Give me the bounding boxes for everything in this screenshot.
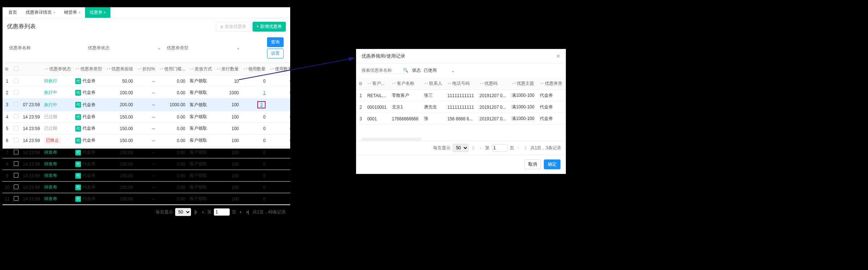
col-check[interactable] [12, 63, 21, 75]
prev-page-button[interactable]: ‹ [479, 145, 483, 150]
close-icon[interactable]: × [104, 11, 106, 14]
col-discount[interactable]: ▲▼折扣% [135, 63, 157, 75]
next-page-button[interactable]: › [516, 145, 521, 150]
table-row[interactable]: 3000117666666666张156 6666 6...20191207 0… [356, 113, 566, 125]
per-page-select[interactable]: 50 [175, 208, 191, 216]
row-claimed[interactable]: 0 [241, 123, 268, 134]
row-subject: 满1000-100 [509, 90, 538, 101]
chevron-down-icon: ⌄ [451, 68, 455, 73]
table-row[interactable]: 200010001北京1唐先生1111111111120191207 0...满… [356, 101, 566, 113]
page-input[interactable] [492, 144, 508, 151]
table-row[interactable]: 714 23:59待发布代代金券150.00--0.00客户领取10000↗▦ [3, 147, 290, 158]
row-check[interactable] [12, 170, 21, 182]
col-cust-no[interactable]: ▲▼客户... [365, 78, 390, 90]
row-claimed[interactable]: 0 [241, 75, 268, 87]
row-check[interactable] [12, 134, 21, 147]
row-type: 代代金券 [73, 123, 104, 134]
col-code[interactable]: ▲▼优惠码 [477, 78, 509, 90]
row-claimed[interactable]: 0 [241, 134, 268, 147]
col-issue[interactable]: ▲▼发行数量 [214, 63, 241, 75]
row-claimed[interactable]: 0 [241, 182, 268, 193]
col-method[interactable]: ▲▼发放方式 [187, 63, 214, 75]
row-issue: 100 [214, 182, 241, 193]
coupon-name-input[interactable] [33, 44, 84, 52]
filter-type: 优惠券类型 ⌄ [167, 44, 241, 51]
coupon-table-wrap: ⚙ ▲▼优惠券状态 ▲▼优惠券类型 ▲▼优惠券面值 ▲▼折扣% ▲▼使用门槛..… [3, 63, 290, 205]
tab-coupon-detail[interactable]: 优惠券详情页× [21, 7, 60, 18]
table-row[interactable]: 614 23:59已终止代代金券150.00--0.00客户领取10000↗▦ [3, 134, 290, 147]
cancel-button[interactable]: 取消 [524, 159, 541, 169]
next-page-button[interactable]: › [238, 209, 243, 215]
col-gear[interactable]: ⚙ [3, 63, 12, 75]
last-page-button[interactable]: ›| [523, 145, 528, 150]
add-coupon-button[interactable]: + 新增优惠券 [253, 22, 286, 32]
coupon-type-select[interactable]: ⌄ [191, 44, 241, 51]
row-claimed[interactable]: 0 [241, 111, 268, 123]
settings-button[interactable]: 设置 [267, 49, 284, 58]
table-row[interactable]: 1RETAIL...零散客户张三1111111111120191207 0...… [356, 90, 566, 101]
row-check[interactable] [12, 75, 21, 87]
row-threshold: 0.00 [157, 170, 187, 182]
col-used[interactable]: ▲▼使用数量 [268, 63, 290, 75]
last-page-button[interactable]: ›| [245, 209, 250, 215]
table-row[interactable]: 514 23:59已过期代代金券150.00--0.00客户领取10000↗▦ [3, 123, 290, 134]
col-contact[interactable]: ▲▼联系人 [422, 78, 445, 90]
close-icon[interactable]: × [53, 11, 55, 14]
table-row[interactable]: 914 23:59待发布代代金券150.00--0.00客户领取10000↗▦ [3, 170, 290, 182]
col-subject[interactable]: ▲▼优惠主题 [509, 78, 538, 90]
col-time [21, 63, 42, 75]
table-row[interactable]: 814 23:59待发布代代金券150.00--0.00客户领取10000↗▦ [3, 158, 290, 170]
col-phone[interactable]: ▲▼电话号码 [445, 78, 477, 90]
horizontal-scrollbar[interactable] [361, 138, 560, 141]
tab-home[interactable]: 首页 [4, 7, 21, 18]
row-status: 执行中 [42, 99, 73, 111]
row-claimed[interactable]: 0 [241, 170, 268, 182]
checkbox[interactable] [14, 66, 18, 71]
tab-sales-order[interactable]: 销货单× [60, 7, 85, 18]
row-claimed[interactable]: 3 [241, 99, 268, 111]
table-row[interactable]: 2执行中代代金券100.00--0.00客户领取100010↗▦ [3, 87, 290, 99]
table-row[interactable]: 1待执行代代金券50.00--0.00客户领取1000↗▦ [3, 75, 290, 87]
close-icon[interactable]: × [79, 11, 81, 14]
row-claimed[interactable]: 0 [241, 147, 268, 158]
status-select[interactable]: 已使用⌄ [424, 67, 455, 74]
table-row[interactable]: 1014 23:59待发布代代金券150.00--0.00客户领取10000↗▦ [3, 182, 290, 193]
table-row[interactable]: 307 23:59执行中代代金券200.00--1000.00客户领取10031… [3, 99, 290, 111]
row-claimed[interactable]: 0 [241, 158, 268, 170]
col-face[interactable]: ▲▼优惠券面值 [104, 63, 135, 75]
row-issue: 100 [214, 158, 241, 170]
close-icon[interactable]: ✕ [556, 53, 560, 59]
col-status[interactable]: ▲▼优惠券状态 [42, 63, 73, 75]
row-check[interactable] [12, 123, 21, 134]
row-check[interactable] [12, 158, 21, 170]
page-input[interactable] [214, 208, 230, 216]
sort-icon: ▲▼ [243, 68, 247, 70]
col-claimed[interactable]: ▲▼领用数量 [241, 63, 268, 75]
row-claimed[interactable]: 0 [241, 193, 268, 205]
col-threshold[interactable]: ▲▼使用门槛... [157, 63, 187, 75]
table-row[interactable]: 414 23:59已过期代代金券150.00--0.00客户领取10000↗▦ [3, 111, 290, 123]
col-type[interactable]: ▲▼优惠券类型 [73, 63, 104, 75]
col-cust-name[interactable]: ▲▼客户名称 [390, 78, 422, 90]
search-input[interactable] [361, 68, 398, 73]
first-page-button[interactable]: |‹ [471, 145, 476, 150]
table-row[interactable]: 1114 23:59待发布代代金券150.00--0.00客户领取10000↗▦ [3, 193, 290, 205]
first-page-button[interactable]: |‹ [193, 209, 199, 215]
row-check[interactable] [12, 87, 21, 99]
row-check[interactable] [12, 182, 21, 193]
row-check[interactable] [12, 147, 21, 158]
coupon-status-select[interactable]: ⌄ [112, 44, 162, 51]
prev-page-button[interactable]: ‹ [201, 209, 205, 215]
confirm-button[interactable]: 确定 [544, 159, 560, 169]
query-button[interactable]: 查询 [267, 37, 284, 47]
row-claimed[interactable]: 1 [241, 87, 268, 99]
row-check[interactable] [12, 193, 21, 205]
search-icon[interactable]: 🔍 [403, 68, 408, 73]
row-check[interactable] [12, 111, 21, 123]
row-check[interactable] [12, 99, 21, 111]
col-gear[interactable]: ⚙ [356, 78, 365, 90]
per-page-select[interactable]: 50 [453, 144, 469, 152]
tab-coupon[interactable]: 优惠券× [85, 7, 110, 18]
distribute-coupon-button[interactable]: ⊕发放优惠券 [216, 22, 250, 32]
col-cat[interactable]: ▲▼优惠券类 [538, 78, 566, 90]
